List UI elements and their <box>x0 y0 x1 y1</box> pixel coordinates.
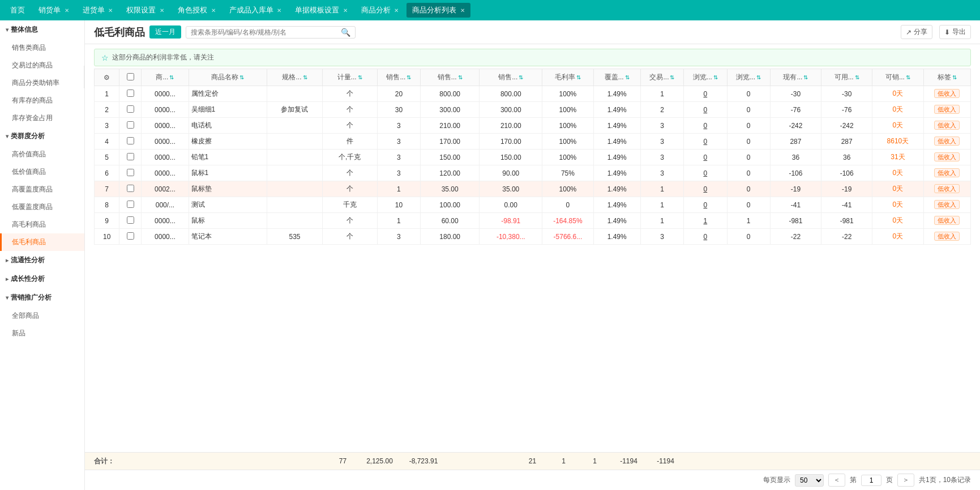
cell-views1[interactable]: 0 <box>684 150 727 165</box>
sidebar-group-overview[interactable]: ▾ 整体信息 <box>0 20 84 39</box>
col-name[interactable]: 商品名称⇅ <box>189 69 267 86</box>
sidebar-collapse-btn[interactable]: « <box>84 66 85 88</box>
row-checkbox[interactable] <box>127 201 134 208</box>
row-checkbox[interactable] <box>127 90 134 97</box>
sidebar-item-stocked-goods[interactable]: 有库存的商品 <box>0 92 84 109</box>
nav-home[interactable]: 首页 <box>5 3 31 18</box>
sidebar-item-traded-goods[interactable]: 交易过的商品 <box>0 57 84 74</box>
cell-views1[interactable]: 1 <box>684 213 727 229</box>
col-current-stock[interactable]: 现有...⇅ <box>770 69 821 86</box>
nav-template-close[interactable]: ✕ <box>343 7 348 14</box>
nav-permissions[interactable]: 权限设置 ✕ <box>121 3 170 18</box>
sidebar-item-low-coverage[interactable]: 低覆盖度商品 <box>0 198 84 216</box>
col-transactions[interactable]: 交易...⇅ <box>640 69 683 86</box>
views1-link[interactable]: 0 <box>703 122 707 130</box>
sidebar-item-high-value[interactable]: 高价值商品 <box>0 146 84 163</box>
sidebar-item-all-goods[interactable]: 全部商品 <box>0 307 84 325</box>
cell-checkbox[interactable] <box>119 181 142 197</box>
nav-sales-close[interactable]: ✕ <box>65 7 69 14</box>
cell-checkbox[interactable] <box>119 102 142 118</box>
sidebar-group-circulation[interactable]: ▸ 流通性分析 <box>0 251 84 270</box>
cell-views1[interactable]: 0 <box>684 229 727 245</box>
cell-checkbox[interactable] <box>119 118 142 134</box>
col-views1[interactable]: 浏览...⇅ <box>684 69 727 86</box>
views1-link[interactable]: 0 <box>703 201 707 209</box>
nav-template[interactable]: 单据模板设置 ✕ <box>289 3 353 18</box>
page-number-input[interactable] <box>861 475 881 486</box>
col-sales-qty[interactable]: 销售...⇅ <box>377 69 420 86</box>
cell-checkbox[interactable] <box>119 134 142 150</box>
search-icon[interactable]: 🔍 <box>341 28 350 37</box>
cell-views1[interactable]: 0 <box>684 165 727 181</box>
nav-permissions-close[interactable]: ✕ <box>160 7 164 14</box>
nav-roles[interactable]: 角色授权 ✕ <box>172 3 221 18</box>
table-container[interactable]: ⚙ 商...⇅ 商品名称⇅ 规格...⇅ 计量...⇅ 销售...⇅ 销售...… <box>85 69 980 452</box>
cell-views1[interactable]: 0 <box>684 102 727 118</box>
col-gross-margin[interactable]: 毛利率⇅ <box>542 69 593 86</box>
sidebar-group-cluster[interactable]: ▾ 类群度分析 <box>0 127 84 146</box>
sidebar-item-low-margin[interactable]: 低毛利商品 <box>0 233 84 251</box>
sidebar-item-low-value[interactable]: 低价值商品 <box>0 163 84 181</box>
sidebar-item-sales-goods[interactable]: 销售类商品 <box>0 39 84 57</box>
sidebar-item-new-goods[interactable]: 新品 <box>0 325 84 342</box>
cell-views1[interactable]: 0 <box>684 134 727 150</box>
nav-purchase[interactable]: 进货单 ✕ <box>77 3 119 18</box>
cell-views1[interactable]: 0 <box>684 197 727 213</box>
export-button[interactable]: ⬇ 导出 <box>939 25 971 39</box>
filter-btn[interactable]: 近一月 <box>149 25 181 39</box>
nav-roles-close[interactable]: ✕ <box>211 7 216 14</box>
row-checkbox[interactable] <box>127 153 134 160</box>
row-checkbox[interactable] <box>127 232 134 240</box>
row-checkbox[interactable] <box>127 216 134 224</box>
row-checkbox[interactable] <box>127 185 134 192</box>
nav-analysis-list-close[interactable]: ✕ <box>460 7 465 14</box>
search-input[interactable] <box>191 28 339 36</box>
sidebar-item-capital[interactable]: 库存资金占用 <box>0 109 84 127</box>
row-checkbox[interactable] <box>127 105 134 113</box>
sidebar-group-growth[interactable]: ▸ 成长性分析 <box>0 270 84 288</box>
share-button[interactable]: ↗ 分享 <box>901 25 932 39</box>
sidebar-group-marketing[interactable]: ▾ 营销推广分析 <box>0 288 84 307</box>
nav-product-analysis-close[interactable]: ✕ <box>394 7 399 14</box>
col-tag[interactable]: 标签⇅ <box>923 69 970 86</box>
cell-views1[interactable]: 0 <box>684 86 727 102</box>
views1-link[interactable]: 0 <box>703 154 707 161</box>
cell-checkbox[interactable] <box>119 165 142 181</box>
row-checkbox[interactable] <box>127 169 134 176</box>
prev-page-btn[interactable]: ＜ <box>828 474 845 487</box>
cell-views1[interactable]: 0 <box>684 118 727 134</box>
nav-sales[interactable]: 销货单 ✕ <box>33 3 75 18</box>
row-checkbox[interactable] <box>127 121 134 129</box>
nav-product-entry[interactable]: 产成品入库单 ✕ <box>224 3 288 18</box>
sidebar-item-high-coverage[interactable]: 高覆盖度商品 <box>0 181 84 198</box>
next-page-btn[interactable]: ＞ <box>897 474 914 487</box>
sidebar-item-high-margin[interactable]: 高毛利商品 <box>0 216 84 233</box>
sidebar-item-category-assist[interactable]: 商品分类助销率 <box>0 74 84 92</box>
cell-views1[interactable]: 0 <box>684 181 727 197</box>
col-sales-amount[interactable]: 销售...⇅ <box>480 69 542 86</box>
views1-link[interactable]: 0 <box>703 233 707 241</box>
views1-link[interactable]: 0 <box>703 185 707 193</box>
cell-checkbox[interactable] <box>119 150 142 165</box>
col-checkbox[interactable] <box>119 69 142 86</box>
cell-checkbox[interactable] <box>119 229 142 245</box>
select-all-checkbox[interactable] <box>127 73 134 80</box>
col-code[interactable]: 商...⇅ <box>142 69 189 86</box>
col-sellable[interactable]: 可销...⇅ <box>872 69 923 86</box>
row-checkbox[interactable] <box>127 137 134 144</box>
views1-link[interactable]: 0 <box>703 138 707 146</box>
col-available[interactable]: 可用...⇅ <box>821 69 872 86</box>
col-spec[interactable]: 规格...⇅ <box>267 69 322 86</box>
views1-link[interactable]: 0 <box>703 169 707 177</box>
views1-link[interactable]: 1 <box>703 217 707 225</box>
cell-checkbox[interactable] <box>119 213 142 229</box>
nav-product-entry-close[interactable]: ✕ <box>277 7 281 14</box>
nav-purchase-close[interactable]: ✕ <box>108 7 113 14</box>
nav-product-analysis[interactable]: 商品分析 ✕ <box>356 3 405 18</box>
cell-checkbox[interactable] <box>119 197 142 213</box>
col-views2[interactable]: 浏览...⇅ <box>727 69 770 86</box>
cell-checkbox[interactable] <box>119 86 142 102</box>
views1-link[interactable]: 0 <box>703 106 707 114</box>
col-sales-price[interactable]: 销售...⇅ <box>421 69 480 86</box>
col-coverage[interactable]: 覆盖...⇅ <box>593 69 640 86</box>
